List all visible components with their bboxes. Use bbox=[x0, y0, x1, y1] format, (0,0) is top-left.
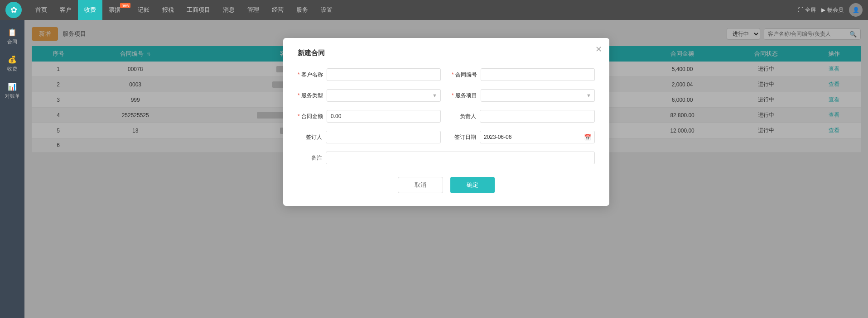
signer-input[interactable] bbox=[326, 131, 441, 143]
contract-amount-group: 合同金额 bbox=[298, 110, 441, 123]
nav-home[interactable]: 首页 bbox=[29, 0, 53, 20]
new-badge: new bbox=[120, 3, 130, 8]
sign-date-group: 签订日期 📅 bbox=[452, 131, 595, 143]
note-input[interactable] bbox=[326, 152, 595, 164]
nav-billing[interactable]: 收费 bbox=[78, 0, 102, 20]
cancel-button[interactable]: 取消 bbox=[398, 177, 443, 193]
nav-manage[interactable]: 管理 bbox=[241, 0, 265, 20]
form-row-2: 服务类型 ▼ 服务项目 bbox=[298, 89, 595, 102]
confirm-button[interactable]: 确定 bbox=[450, 177, 495, 193]
note-label: 备注 bbox=[298, 154, 322, 162]
signer-group: 签订人 bbox=[298, 131, 441, 143]
service-type-wrapper: ▼ bbox=[327, 89, 441, 102]
customer-name-group: 客户名称 bbox=[298, 68, 441, 81]
nav-tax[interactable]: 报税 bbox=[156, 0, 180, 20]
sidebar-item-billing[interactable]: 💰 收费 bbox=[1, 51, 24, 76]
billing-icon: 💰 bbox=[7, 54, 17, 64]
avatar[interactable]: 👤 bbox=[849, 3, 863, 17]
service-item-label: 服务项目 bbox=[452, 92, 477, 100]
member-button[interactable]: ▶ 畅会员 bbox=[821, 6, 844, 14]
nav-right: ⛶ 全屏 ▶ 畅会员 👤 bbox=[798, 3, 863, 17]
responsible-group: 负责人 bbox=[452, 110, 595, 123]
sidebar: 📋 合同 💰 收费 📊 对账单 bbox=[0, 20, 24, 318]
fullscreen-icon: ⛶ bbox=[798, 7, 803, 13]
nav-settings[interactable]: 设置 bbox=[314, 0, 339, 20]
statement-icon: 📊 bbox=[7, 81, 17, 91]
form-row-5: 备注 bbox=[298, 152, 595, 164]
nav-invoice[interactable]: 票据 new bbox=[102, 0, 131, 20]
sidebar-item-contract[interactable]: 📋 合同 bbox=[1, 24, 24, 49]
service-type-label: 服务类型 bbox=[298, 92, 323, 100]
modal-title: 新建合同 bbox=[298, 49, 595, 57]
modal-actions: 取消 确定 bbox=[298, 177, 595, 193]
contract-amount-input[interactable] bbox=[327, 110, 441, 123]
form-row-1: 客户名称 合同编号 bbox=[298, 68, 595, 81]
play-icon: ▶ bbox=[821, 7, 825, 13]
responsible-label: 负责人 bbox=[452, 113, 476, 120]
main-content: 新增 服务项目 进行中 已完成 已终止 🔍 序号 合同编号 ⇅ bbox=[24, 20, 868, 318]
nav-business[interactable]: 工商项目 bbox=[180, 0, 217, 20]
nav-customer[interactable]: 客户 bbox=[53, 0, 78, 20]
responsible-input[interactable] bbox=[480, 110, 595, 123]
logo-icon: ✿ bbox=[5, 2, 22, 18]
customer-name-input[interactable] bbox=[327, 68, 441, 81]
form-row-3: 合同金额 负责人 bbox=[298, 110, 595, 123]
contract-no-group: 合同编号 bbox=[452, 68, 595, 81]
sign-date-label: 签订日期 bbox=[452, 133, 476, 141]
service-type-select[interactable] bbox=[327, 89, 441, 102]
fullscreen-button[interactable]: ⛶ 全屏 bbox=[798, 6, 816, 14]
new-contract-modal: 新建合同 ✕ 客户名称 合同编号 服务类型 bbox=[283, 38, 609, 206]
contract-icon: 📋 bbox=[7, 27, 17, 37]
form-row-4: 签订人 签订日期 📅 bbox=[298, 131, 595, 143]
contract-no-label: 合同编号 bbox=[452, 71, 477, 79]
main-layout: 📋 合同 💰 收费 📊 对账单 新增 服务项目 进行中 已完成 已终止 bbox=[0, 20, 868, 318]
service-item-group: 服务项目 ▼ bbox=[452, 89, 595, 102]
service-type-group: 服务类型 ▼ bbox=[298, 89, 441, 102]
nav-message[interactable]: 消息 bbox=[217, 0, 241, 20]
modal-overlay: 新建合同 ✕ 客户名称 合同编号 服务类型 bbox=[24, 20, 868, 318]
nav-operations[interactable]: 经营 bbox=[265, 0, 290, 20]
signer-label: 签订人 bbox=[298, 133, 322, 141]
contract-amount-label: 合同金额 bbox=[298, 113, 323, 120]
service-item-select[interactable] bbox=[481, 89, 595, 102]
contract-no-input[interactable] bbox=[481, 68, 595, 81]
sign-date-input[interactable] bbox=[480, 131, 595, 143]
note-group: 备注 bbox=[298, 152, 595, 164]
sidebar-item-statement[interactable]: 📊 对账单 bbox=[1, 78, 24, 103]
customer-name-label: 客户名称 bbox=[298, 71, 323, 79]
service-item-wrapper: ▼ bbox=[481, 89, 595, 102]
nav-service[interactable]: 服务 bbox=[290, 0, 314, 20]
top-nav: ✿ 首页 客户 收费 票据 new 记账 报税 工商项目 消息 管理 经营 服务… bbox=[0, 0, 868, 20]
sign-date-wrapper: 📅 bbox=[480, 131, 595, 143]
nav-bookkeeping[interactable]: 记账 bbox=[131, 0, 156, 20]
modal-close-button[interactable]: ✕ bbox=[595, 44, 602, 54]
nav-items: 首页 客户 收费 票据 new 记账 报税 工商项目 消息 管理 经营 服务 设… bbox=[29, 0, 798, 20]
